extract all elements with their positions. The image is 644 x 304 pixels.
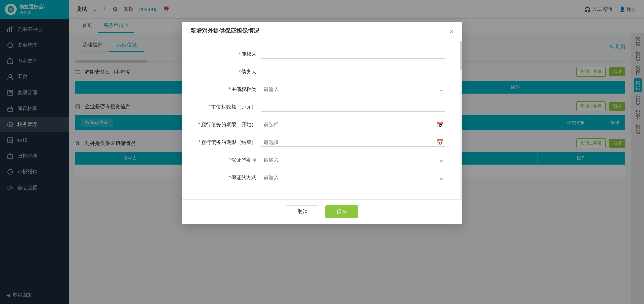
form-row-guarantee-method: *保证的方式 ⌄ [196, 173, 445, 182]
modal-body: *债权人 *债务人 *主债权种类 [182, 41, 460, 199]
debtor-input[interactable] [261, 67, 445, 76]
modal-title: 新增对外提供保证担保情况 [190, 27, 259, 35]
guarantee-period-select-wrap: ⌄ [261, 155, 445, 164]
guarantee-period-arrow-icon[interactable]: ⌄ [439, 156, 445, 163]
guarantee-method-select-wrap: ⌄ [261, 173, 445, 182]
save-button[interactable]: 保存 [325, 205, 358, 218]
debtor-label: *债务人 [196, 69, 261, 75]
guarantee-method-input[interactable] [261, 173, 439, 182]
cancel-button[interactable]: 取消 [286, 205, 319, 218]
debt-type-label: *主债权种类 [196, 86, 261, 93]
form-row-creditor: *债权人 [196, 50, 445, 59]
period-end-input[interactable] [261, 138, 437, 146]
creditor-input[interactable] [261, 50, 445, 59]
period-start-calendar-icon[interactable]: 📅 [437, 121, 445, 128]
period-end-calendar-icon[interactable]: 📅 [437, 139, 445, 146]
debt-amount-input[interactable] [261, 103, 445, 112]
modal-overlay: 新增对外提供保证担保情况 × *债权人 *债务人 [0, 0, 644, 304]
debt-type-input[interactable] [261, 85, 439, 94]
period-end-label: *履行债务的期限（结束） [196, 139, 261, 146]
form-row-guarantee-period: *保证的期间 ⌄ [196, 155, 445, 164]
form-row-period-start: *履行债务的期限（开始） 📅 [196, 120, 445, 129]
modal-footer: 取消 保存 [182, 199, 462, 224]
guarantee-method-label: *保证的方式 [196, 174, 261, 181]
guarantee-method-arrow-icon[interactable]: ⌄ [439, 174, 445, 181]
modal-dialog: 新增对外提供保证担保情况 × *债权人 *债务人 [182, 22, 462, 224]
debt-type-arrow-icon[interactable]: ⌄ [439, 86, 445, 93]
period-start-input[interactable] [261, 120, 437, 129]
debt-type-select-wrap: ⌄ [261, 85, 445, 94]
period-end-wrap: 📅 [261, 138, 445, 147]
period-start-wrap: 📅 [261, 120, 445, 129]
debt-amount-label: *主债权数额（万元） [196, 104, 261, 110]
modal-scroll-track[interactable] [460, 41, 462, 199]
form-row-debt-type: *主债权种类 ⌄ [196, 85, 445, 94]
modal-header: 新增对外提供保证担保情况 × [182, 22, 462, 41]
period-start-label: *履行债务的期限（开始） [196, 122, 261, 128]
form-row-debt-amount: *主债权数额（万元） [196, 103, 445, 112]
modal-close-button[interactable]: × [450, 28, 454, 35]
guarantee-period-label: *保证的期间 [196, 157, 261, 163]
guarantee-period-input[interactable] [261, 155, 439, 164]
creditor-label: *债权人 [196, 51, 261, 58]
form-row-period-end: *履行债务的期限（结束） 📅 [196, 138, 445, 147]
modal-scroll-thumb [460, 41, 462, 70]
form-row-debtor: *债务人 [196, 67, 445, 76]
